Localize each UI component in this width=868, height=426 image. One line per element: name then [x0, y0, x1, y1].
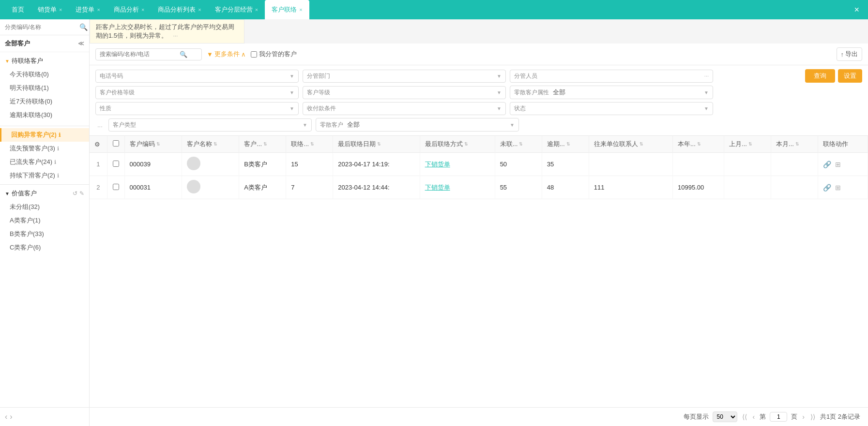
first-page-button[interactable]: ⟨⟨: [741, 413, 748, 421]
my-customers-checkbox[interactable]: [251, 51, 257, 58]
sidebar-item-c-class[interactable]: C类客户(6): [0, 241, 89, 254]
close-customer-tier-icon[interactable]: ×: [255, 7, 258, 13]
th-unliaised[interactable]: 未联... ⇅: [495, 136, 542, 153]
sidebar-group-pending-header[interactable]: ▼ 待联络客户: [0, 54, 89, 68]
sidebar-refresh-icon[interactable]: ↺: [73, 190, 77, 197]
query-button[interactable]: 查询: [805, 69, 835, 83]
filter-dept-field[interactable]: 分管部门 ▼: [303, 70, 506, 83]
sidebar-item-ungrouped[interactable]: 未分组(32): [0, 200, 89, 214]
filter-row-1: 电话号码 ▼ 分管部门 ▼ 分管人员 ··· 查询 设置: [95, 69, 862, 83]
nav-item-product-analysis[interactable]: 商品分析 ×: [107, 0, 151, 19]
sidebar-item-tomorrow[interactable]: 明天待联络(1): [0, 81, 89, 95]
th-overdue[interactable]: 逾期... ⇅: [542, 136, 589, 153]
th-last-contact-date[interactable]: 最后联络日期 ⇅: [333, 136, 420, 153]
prev-page-button[interactable]: ‹: [752, 413, 756, 421]
action-link-icon-2[interactable]: 🔗: [823, 184, 831, 191]
filter-price-level-field[interactable]: 客户价格等级 ▼: [95, 86, 299, 99]
th-this-year[interactable]: 本年... ⇅: [673, 136, 724, 153]
filter-status-field[interactable]: 状态 ▼: [510, 102, 713, 115]
sidebar-all-customers-header[interactable]: 全部客户 ≪: [0, 35, 89, 52]
filter-phone-label: 电话号码: [100, 72, 123, 80]
th-contact-count[interactable]: 联络... ⇅: [286, 136, 333, 153]
row-2-checkbox[interactable]: [113, 184, 119, 190]
sidebar-collapse-icon[interactable]: ≪: [78, 40, 84, 47]
sidebar-value-arrow: ▼: [5, 191, 10, 196]
row-unit-contact-2: 111: [589, 176, 672, 199]
filter-retail-attr-field[interactable]: 零散客户属性 全部 ▼: [510, 86, 713, 99]
row-method-link-1[interactable]: 下销货单: [425, 161, 450, 168]
th-customer-type[interactable]: 客户... ⇅: [239, 136, 286, 153]
th-this-month[interactable]: 本月... ⇅: [771, 136, 818, 153]
sidebar-prev-icon[interactable]: ‹: [5, 412, 7, 421]
nav-item-customer-contact[interactable]: 客户联络 ×: [265, 0, 309, 19]
sidebar-item-loss-warning[interactable]: 流失预警客户(3) ℹ: [0, 142, 89, 155]
sidebar-item-declining[interactable]: 持续下滑客户(2) ℹ: [0, 169, 89, 182]
page-input[interactable]: [770, 412, 787, 422]
row-method-link-2[interactable]: 下销货单: [425, 184, 450, 191]
sidebar-item-abnormal-repurchase[interactable]: 回购异常客户(2) ℹ: [0, 128, 89, 142]
sidebar-value-group[interactable]: ▼ 价值客户 ↺ ✎: [0, 187, 89, 200]
nav-item-home[interactable]: 首页: [5, 0, 31, 19]
th-settings[interactable]: ⚙: [90, 136, 107, 153]
sidebar-item-lost[interactable]: 已流失客户(24) ℹ: [0, 155, 89, 169]
info-icon-2: ℹ: [54, 159, 56, 165]
close-sales-icon[interactable]: ×: [59, 7, 62, 13]
filter-phone-field[interactable]: 电话号码 ▼: [95, 70, 299, 83]
settings-icon[interactable]: ⚙: [94, 141, 100, 148]
select-all-checkbox[interactable]: [113, 140, 119, 147]
sidebar-item-overdue[interactable]: 逾期未联络(30): [0, 108, 89, 122]
sidebar-item-7days[interactable]: 近7天待联络(0): [0, 95, 89, 108]
row-1-checkbox[interactable]: [113, 161, 119, 167]
filter-customer-type-field[interactable]: 客户类型 ▼: [108, 118, 312, 132]
filter-row-3: 性质 ▼ 收付款条件 ▼ 状态 ▼: [95, 102, 862, 115]
nav-item-sales[interactable]: 销货单 ×: [31, 0, 69, 19]
tooltip-trigger-icon[interactable]: ℹ: [59, 132, 61, 138]
filter-more-arrow: ∧: [241, 51, 246, 58]
nav-item-purchase[interactable]: 进货单 ×: [69, 0, 107, 19]
filter-payment-arrow: ▼: [497, 106, 502, 111]
tooltip-more-icon[interactable]: ···: [173, 32, 178, 39]
sidebar-all-customers-label: 全部客户: [5, 39, 30, 48]
nav-item-customer-tier[interactable]: 客户分层经营 ×: [208, 0, 265, 19]
th-name[interactable]: 客户名称 ⇅: [182, 136, 239, 153]
filter-manager-field[interactable]: 分管人员 ···: [510, 70, 713, 83]
action-icons-1: 🔗 ⊞: [823, 161, 863, 168]
content-area: 距客户上次交易时长，超过了此客户的平均交易周期的1.5倍，则视为异常。 ··· …: [90, 19, 868, 426]
th-last-month[interactable]: 上月... ⇅: [724, 136, 771, 153]
close-customer-contact-icon[interactable]: ×: [299, 7, 302, 13]
sort-type-icon: ⇅: [263, 142, 267, 147]
close-product-list-icon[interactable]: ×: [198, 7, 201, 13]
sidebar-item-b-class[interactable]: B类客户(33): [0, 227, 89, 241]
filter-price-level-arrow: ▼: [289, 90, 294, 95]
filter-customer-level-field[interactable]: 客户等级 ▼: [303, 86, 506, 99]
filter-payment-field[interactable]: 收付款条件 ▼: [303, 102, 506, 115]
close-product-analysis-icon[interactable]: ×: [141, 7, 144, 13]
sidebar-search-input[interactable]: [5, 24, 77, 30]
nav-item-product-list[interactable]: 商品分析列表 ×: [151, 0, 208, 19]
action-link-icon-1[interactable]: 🔗: [823, 161, 831, 168]
close-window-button[interactable]: ×: [850, 5, 863, 15]
filter-gender-field[interactable]: 性质 ▼: [95, 102, 299, 115]
th-code[interactable]: 客户编码 ⇅: [124, 136, 182, 153]
th-last-contact-method[interactable]: 最后联络方式 ⇅: [420, 136, 495, 153]
action-grid-icon-1[interactable]: ⊞: [835, 161, 841, 168]
next-page-button[interactable]: ›: [801, 413, 806, 421]
filter-extra-dots[interactable]: ...: [95, 121, 105, 129]
sidebar-item-a-class[interactable]: A类客户(1): [0, 214, 89, 227]
last-page-button[interactable]: ⟩⟩: [809, 413, 816, 421]
settings-button[interactable]: 设置: [838, 69, 862, 83]
filter-more-button[interactable]: ▼ 更多条件 ∧: [207, 50, 246, 59]
row-last-method-2: 下销货单: [420, 176, 495, 199]
action-grid-icon-2[interactable]: ⊞: [835, 184, 841, 191]
info-icon-3: ℹ: [57, 173, 59, 179]
th-unit-contact[interactable]: 往来单位联系人 ⇅: [589, 136, 672, 153]
main-search-input[interactable]: [100, 51, 177, 58]
main-search-icon[interactable]: 🔍: [180, 51, 187, 58]
sidebar-item-today[interactable]: 今天待联络(0): [0, 68, 89, 81]
export-button[interactable]: ↑ 导出: [837, 47, 863, 61]
per-page-select[interactable]: 50 10 20 100: [713, 411, 737, 422]
sidebar-edit-icon[interactable]: ✎: [79, 190, 84, 197]
sidebar-next-icon[interactable]: ›: [10, 412, 12, 421]
close-purchase-icon[interactable]: ×: [97, 7, 100, 13]
filter-retail-customer-field[interactable]: 零散客户 全部 ▼: [316, 118, 519, 132]
